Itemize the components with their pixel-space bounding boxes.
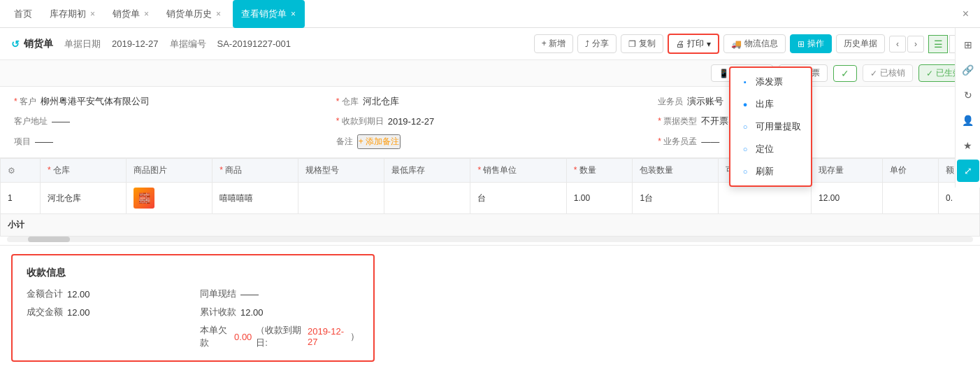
doc-title: ↺ 销货单	[11, 38, 53, 50]
row-price	[882, 183, 938, 214]
product-table-section: ⚙ 仓库 商品图片 商品 规格型号 最低库存 销售单位 数量 包装数量 可用量 …	[0, 158, 980, 246]
address-value: ——	[52, 116, 70, 127]
new-button[interactable]: + 新增	[534, 34, 573, 53]
col-stock: 现存量	[812, 159, 883, 183]
tab-close-history[interactable]: ×	[216, 9, 221, 19]
ticket-value: 不开票	[701, 115, 728, 127]
ops-dropdown: ▪ 添发票 ● 出库 ○ 可用量提取 ○ 定位 ○ 刷新	[729, 66, 812, 187]
tab-home[interactable]: 首页	[6, 0, 41, 28]
owed-date: 2019-12-27	[308, 326, 346, 347]
customer-value: 柳州粤港平安气体有限公司	[41, 95, 150, 108]
row-pack-qty: 1台	[633, 183, 719, 214]
form-section: 客户 柳州粤港平安气体有限公司 仓库 河北仓库 业务员 演示账号 客户地址 ——…	[0, 87, 980, 158]
print-dropdown-arrow: ▾	[707, 39, 711, 49]
right-sidebar: ⊞ 🔗 ↻ 👤 ★ ⤢	[955, 28, 980, 188]
horizontal-scrollbar[interactable]	[7, 237, 973, 242]
cumulative-row: 累计收款 12.00	[200, 306, 359, 318]
project-label: 项目	[14, 136, 31, 148]
ticket-label: 票据类型	[658, 115, 697, 127]
settle-value: ——	[240, 289, 259, 300]
warehouse-value: 河北仓库	[363, 95, 399, 108]
col-settings[interactable]: ⚙	[1, 159, 41, 183]
tab-close-inventory[interactable]: ×	[90, 9, 95, 19]
tab-close-view[interactable]: ×	[291, 9, 296, 19]
toolbar-row: 📱 来自手机 ● 未开票 ✓ ✓ 已核销 ✓ 已生效	[0, 60, 980, 87]
add-note-button[interactable]: + 添加备注	[357, 134, 401, 149]
row-product: 嘻嘻嘻嘻	[212, 183, 298, 214]
row-stock: 12.00	[812, 183, 883, 214]
tab-close-sales[interactable]: ×	[144, 9, 149, 19]
project-value: ——	[35, 136, 53, 147]
staff-label: 业务员	[658, 96, 683, 108]
sidebar-link-icon[interactable]: 🔗	[957, 59, 979, 81]
row-warehouse: 河北仓库	[41, 183, 127, 214]
print-icon: 🖨	[676, 39, 684, 49]
date-value: 2019-12-27	[112, 38, 159, 49]
logistics-button[interactable]: 🚚 物流信息	[723, 34, 786, 53]
due-date-value: 2019-12-27	[388, 116, 435, 127]
dropdown-item-invoice[interactable]: ▪ 添发票	[730, 71, 811, 93]
owed-close: ）	[350, 330, 359, 343]
customer-row: 客户 柳州粤港平安气体有限公司	[14, 95, 322, 108]
no-value: SA-20191227-001	[217, 38, 291, 49]
tab-sales-history[interactable]: 销货单历史 ×	[158, 0, 230, 28]
total-value: 12.00	[67, 289, 90, 300]
nav-arrows: ‹ ›	[889, 36, 924, 52]
doc-actions: + 新增 ⤴ 分享 ❐ 复制 🖨 打印 ▾ 🚚 物流信息 ⊞ 操作	[534, 34, 969, 54]
truck-icon: 🚚	[731, 39, 742, 49]
tab-sales[interactable]: 销货单 ×	[104, 0, 158, 28]
tab-bar: 首页 库存期初 × 销货单 × 销货单历史 × 查看销货单 × ×	[0, 0, 980, 28]
list-view-btn[interactable]: ☰	[928, 35, 948, 53]
dropdown-item-available[interactable]: ○ 可用量提取	[730, 115, 811, 138]
done-check-btn[interactable]: ✓	[833, 65, 857, 82]
note-label: 备注	[336, 136, 353, 148]
col-min-stock: 最低库存	[384, 159, 470, 183]
next-arrow[interactable]: ›	[907, 36, 924, 52]
locate-icon: ○	[740, 144, 750, 154]
col-warehouse: 仓库	[41, 159, 127, 183]
row-image: 🧱	[127, 183, 212, 214]
warehouse-row: 仓库 河北仓库	[336, 95, 644, 108]
col-spec: 规格型号	[298, 159, 384, 183]
sidebar-star-icon[interactable]: ★	[957, 134, 979, 157]
owed-label: 本单欠款	[200, 324, 230, 349]
deal-label: 成交金额	[27, 306, 63, 318]
address-row: 客户地址 ——	[14, 115, 322, 127]
refresh-icon: ○	[740, 167, 750, 176]
col-price: 单价	[882, 159, 938, 183]
share-button[interactable]: ⤴ 分享	[577, 34, 617, 53]
tab-view-sales[interactable]: 查看销货单 ×	[233, 0, 305, 28]
owed-value: 0.00	[234, 332, 252, 342]
row-available	[719, 183, 812, 214]
outbound-icon: ●	[740, 99, 750, 109]
history-button[interactable]: 历史单据	[836, 34, 885, 53]
print-button[interactable]: 🖨 打印 ▾	[668, 34, 719, 54]
check-icon: ✓	[841, 68, 849, 79]
sidebar-expand-icon[interactable]: ⊞	[957, 34, 979, 56]
window-close-button[interactable]: ×	[957, 8, 974, 20]
sidebar-fullscreen-icon[interactable]: ⤢	[957, 160, 979, 182]
copy-button[interactable]: ❐ 复制	[621, 34, 663, 53]
dropdown-item-refresh[interactable]: ○ 刷新	[730, 160, 811, 183]
total-row: 金额合计 12.00	[27, 288, 186, 300]
share-icon: ⤴	[585, 39, 589, 49]
copy-icon: ❐	[628, 39, 636, 49]
address-label: 客户地址	[14, 115, 48, 127]
prev-arrow[interactable]: ‹	[889, 36, 906, 52]
row-min-stock	[384, 183, 470, 214]
dropdown-item-outbound[interactable]: ● 出库	[730, 93, 811, 115]
invoice-icon: ▪	[740, 77, 750, 87]
ops-button[interactable]: ⊞ 操作	[790, 34, 832, 53]
owed-note: （收款到期日:	[256, 324, 303, 349]
sidebar-user-icon[interactable]: 👤	[957, 109, 979, 132]
row-qty: 1.00	[566, 183, 633, 214]
warehouse-label: 仓库	[336, 96, 359, 108]
col-image: 商品图片	[127, 159, 212, 183]
dropdown-item-locate[interactable]: ○ 定位	[730, 138, 811, 160]
phone-icon: 📱	[719, 69, 729, 78]
grid-icon: ⊞	[798, 39, 805, 49]
sidebar-refresh-icon[interactable]: ↻	[957, 84, 979, 106]
row-spec	[298, 183, 384, 214]
product-image: 🧱	[134, 188, 154, 209]
tab-inventory-init[interactable]: 库存期初 ×	[41, 0, 104, 28]
